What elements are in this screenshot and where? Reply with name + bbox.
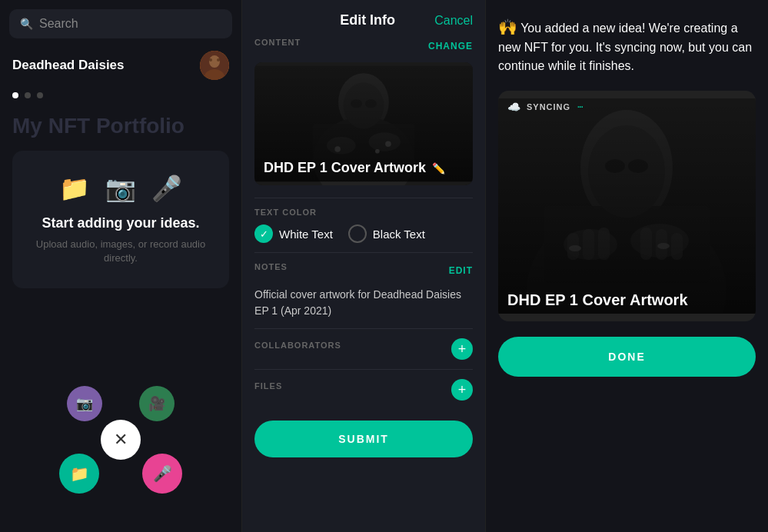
notification-text: 🙌 You added a new idea! We're creating a… [498, 15, 756, 75]
collaborators-section-header: COLLABORATORS + [254, 338, 473, 360]
upload-subtitle: Upload audio, images, or record audio di… [28, 238, 214, 265]
syncing-status-row: ☁️ SYNCING ··· [507, 100, 582, 114]
folder-fab-icon: 📁 [70, 464, 89, 483]
white-text-label: White Text [279, 228, 333, 241]
mic-upload-icon: 🎤 [151, 174, 182, 203]
camera-fab-icon: 📷 [76, 395, 93, 412]
mic-fab-icon: 🎤 [153, 464, 172, 483]
panel-edit-info: Edit Info Cancel CONTENT CHANGE [241, 0, 486, 532]
done-button[interactable]: DONE [498, 337, 756, 377]
portfolio-title: My NFT Portfolio [0, 108, 241, 151]
edit-info-body: CONTENT CHANGE [242, 38, 485, 532]
black-text-check [348, 224, 367, 243]
files-label: FILES [254, 381, 282, 391]
syncing-artwork-image [498, 91, 756, 321]
close-fab-icon: ✕ [114, 430, 128, 450]
svg-point-3 [209, 58, 212, 62]
folder-upload-icon: 📁 [59, 174, 90, 203]
edit-pencil-icon[interactable]: ✏️ [432, 162, 445, 175]
notification-emoji: 🙌 [498, 18, 517, 35]
upload-title: Start adding your ideas. [42, 215, 200, 231]
dot-3[interactable] [37, 92, 43, 98]
add-collaborator-button[interactable]: + [451, 338, 473, 360]
panel-syncing: 🙌 You added a new idea! We're creating a… [486, 0, 768, 532]
edit-info-title: Edit Info [301, 12, 434, 28]
files-section-header: FILES + [254, 379, 473, 401]
artwork-title-text: DHD EP 1 Cover Artwork [264, 160, 426, 176]
svg-rect-35 [498, 98, 756, 314]
fab-mic-button[interactable]: 🎤 [142, 454, 182, 494]
profile-row: Deadhead Daisies [0, 45, 241, 86]
text-color-options: ✓ White Text Black Text [254, 224, 473, 243]
svg-point-1 [209, 55, 220, 68]
profile-name: Deadhead Daisies [12, 58, 125, 73]
content-section-header: CONTENT CHANGE [254, 38, 473, 55]
avatar[interactable] [200, 51, 229, 80]
white-text-option[interactable]: ✓ White Text [254, 224, 333, 243]
notes-edit-button[interactable]: EDIT [449, 265, 473, 276]
dot-1[interactable] [12, 92, 18, 98]
fab-close-button[interactable]: ✕ [101, 420, 141, 460]
add-file-button[interactable]: + [451, 379, 473, 401]
edit-info-header: Edit Info Cancel [242, 0, 485, 38]
divider-3 [254, 328, 473, 329]
syncing-animation: ··· [577, 100, 582, 114]
notes-section-header: NOTES EDIT [254, 262, 473, 279]
artwork-thumbnail: DHD EP 1 Cover Artwork ✏️ [254, 62, 473, 185]
notification-body: You added a new idea! We're creating a n… [498, 22, 752, 72]
collaborators-label: COLLABORATORS [254, 341, 341, 350]
camera-upload-icon: 📷 [105, 174, 136, 203]
notes-text: Official cover artwork for Deadhead Dais… [254, 287, 473, 319]
fab-camera-button[interactable]: 📷 [67, 386, 102, 421]
artwork-title-overlay: DHD EP 1 Cover Artwork ✏️ [264, 160, 445, 176]
search-input[interactable]: Search [39, 17, 78, 31]
submit-button[interactable]: SUBMIT [254, 421, 473, 457]
fab-folder-button[interactable]: 📁 [59, 454, 99, 494]
content-label: CONTENT [254, 38, 301, 47]
fab-area: 📷 🎥 📁 🎤 ✕ [44, 378, 198, 501]
cancel-button[interactable]: Cancel [434, 14, 473, 28]
search-icon: 🔍 [20, 18, 33, 30]
pagination-dots [0, 86, 241, 108]
syncing-card: ☁️ SYNCING ··· DHD EP 1 Cover Artwork [498, 91, 756, 321]
divider-2 [254, 252, 473, 253]
cloud-icon: ☁️ [507, 101, 520, 113]
panel-portfolio: 🔍 Search Deadhead Daisies My NFT Portfol… [0, 0, 241, 532]
video-fab-icon: 🎥 [148, 395, 165, 412]
divider-1 [254, 198, 473, 198]
dot-2[interactable] [25, 92, 31, 98]
upload-area: 📁 📷 🎤 Start adding your ideas. Upload au… [12, 151, 229, 288]
black-text-option[interactable]: Black Text [348, 224, 425, 243]
change-button[interactable]: CHANGE [428, 41, 473, 52]
search-bar[interactable]: 🔍 Search [9, 9, 232, 38]
white-text-check: ✓ [254, 224, 273, 243]
svg-point-4 [217, 58, 220, 62]
syncing-label: SYNCING [527, 102, 570, 111]
syncing-artwork-title: DHD EP 1 Cover Artwork [507, 291, 688, 309]
fab-video-button[interactable]: 🎥 [139, 386, 175, 421]
text-color-label: TEXT COLOR [254, 208, 473, 217]
upload-icons: 📁 📷 🎤 [59, 174, 182, 203]
divider-4 [254, 369, 473, 370]
black-text-label: Black Text [373, 228, 425, 241]
notes-label: NOTES [254, 262, 288, 271]
